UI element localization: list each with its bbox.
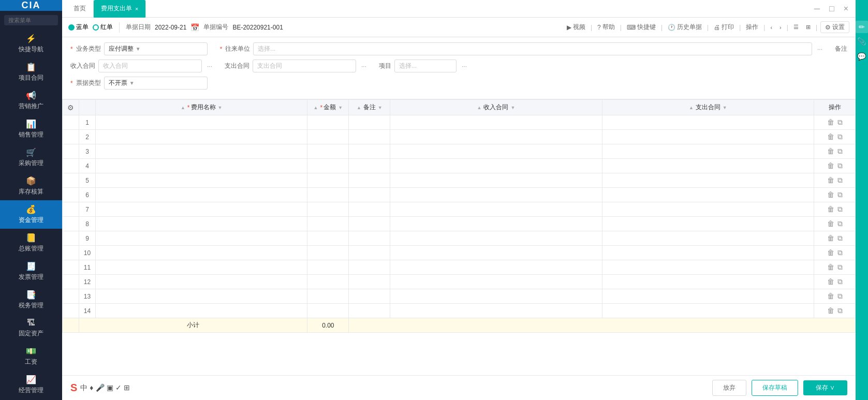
row-copy-10[interactable]: ⧉ (837, 248, 843, 257)
row-note-11[interactable] (349, 260, 390, 275)
party-select[interactable]: 选择... (253, 42, 812, 55)
sidebar-item-capital-mgmt[interactable]: 💰资金管理 (0, 200, 62, 229)
row-expense-9[interactable] (602, 231, 814, 246)
brand-icon-5[interactable]: ✓ (115, 383, 122, 393)
sort-up-income[interactable]: ▲ (477, 105, 482, 110)
row-name-12[interactable] (96, 275, 307, 289)
video-button[interactable]: ▶ 视频 (565, 22, 587, 33)
row-amount-14[interactable] (307, 304, 349, 318)
sidebar-item-tax-mgmt[interactable]: 📑税务管理 (0, 286, 62, 314)
brand-icon-1[interactable]: 中 (80, 383, 87, 393)
row-note-6[interactable] (349, 188, 390, 202)
sort-up-name[interactable]: ▲ (181, 105, 185, 110)
row-delete-4[interactable]: 🗑 (827, 161, 834, 170)
row-income-10[interactable] (390, 246, 602, 260)
tab-home[interactable]: 首页 (66, 0, 94, 18)
sort-down-name[interactable]: ▼ (218, 105, 223, 110)
row-amount-3[interactable] (307, 144, 349, 159)
help-button[interactable]: ? 帮助 (595, 22, 617, 33)
sidebar-item-invoice-mgmt[interactable]: 🧾发票管理 (0, 257, 62, 286)
row-copy-6[interactable]: ⧉ (837, 190, 843, 199)
row-income-3[interactable] (390, 144, 602, 159)
row-name-1[interactable] (96, 115, 307, 130)
sort-up-amount[interactable]: ▲ (314, 105, 318, 110)
row-copy-8[interactable]: ⧉ (837, 219, 843, 228)
row-delete-10[interactable]: 🗑 (827, 248, 834, 257)
sidebar-item-salary[interactable]: 💵工资 (0, 342, 62, 371)
row-note-14[interactable] (349, 304, 390, 318)
row-expense-10[interactable] (602, 246, 814, 260)
row-note-1[interactable] (349, 115, 390, 130)
row-copy-3[interactable]: ⧉ (837, 147, 843, 156)
save-button[interactable]: 保存 ∨ (803, 380, 847, 395)
row-expense-14[interactable] (602, 304, 814, 318)
expense-contract-input[interactable]: 支出合同 (253, 60, 356, 72)
row-income-9[interactable] (390, 231, 602, 246)
row-income-6[interactable] (390, 188, 602, 202)
row-name-7[interactable] (96, 202, 307, 217)
row-note-3[interactable] (349, 144, 390, 159)
nav-next-button[interactable]: › (777, 23, 784, 32)
row-name-11[interactable] (96, 260, 307, 275)
print-button[interactable]: 🖨 打印 (712, 22, 736, 33)
row-expense-13[interactable] (602, 289, 814, 304)
settings-button[interactable]: ⚙ 设置 (820, 21, 849, 33)
row-amount-10[interactable] (307, 246, 349, 260)
sort-down-income[interactable]: ▼ (510, 105, 515, 110)
row-delete-11[interactable]: 🗑 (827, 263, 834, 272)
row-note-12[interactable] (349, 275, 390, 289)
calendar-icon[interactable]: 📅 (190, 23, 199, 32)
row-income-12[interactable] (390, 275, 602, 289)
row-name-6[interactable] (96, 188, 307, 202)
row-name-3[interactable] (96, 144, 307, 159)
row-name-4[interactable] (96, 159, 307, 173)
row-expense-1[interactable] (602, 115, 814, 130)
sidebar-item-quick-nav[interactable]: ⚡快捷导航 (0, 29, 62, 58)
close-button[interactable]: × (841, 3, 851, 14)
row-income-1[interactable] (390, 115, 602, 130)
brand-icon-2[interactable]: ♦ (90, 383, 93, 393)
row-note-4[interactable] (349, 159, 390, 173)
row-amount-6[interactable] (307, 188, 349, 202)
brand-icon-3[interactable]: 🎤 (96, 383, 105, 393)
row-copy-13[interactable]: ⧉ (837, 292, 843, 301)
row-note-10[interactable] (349, 246, 390, 260)
operation-button[interactable]: 操作 (744, 22, 760, 33)
row-expense-2[interactable] (602, 130, 814, 144)
tab-expense-sheet[interactable]: 费用支出单× (94, 0, 146, 18)
row-delete-14[interactable]: 🗑 (827, 306, 834, 315)
row-copy-2[interactable]: ⧉ (837, 132, 843, 141)
row-expense-12[interactable] (602, 275, 814, 289)
row-expense-7[interactable] (602, 202, 814, 217)
row-name-9[interactable] (96, 231, 307, 246)
row-delete-5[interactable]: 🗑 (827, 176, 834, 185)
row-delete-3[interactable]: 🗑 (827, 147, 834, 156)
maximize-button[interactable]: □ (826, 3, 837, 14)
row-name-5[interactable] (96, 173, 307, 188)
tab-close-expense-sheet[interactable]: × (135, 6, 138, 12)
row-delete-7[interactable]: 🗑 (827, 205, 834, 214)
sidebar-item-sales-mgmt[interactable]: 📊销售管理 (0, 115, 62, 143)
sidebar-item-project-contract[interactable]: 📋项目合同 (0, 58, 62, 86)
table-settings-icon[interactable]: ⚙ (67, 103, 74, 112)
row-delete-13[interactable]: 🗑 (827, 292, 834, 301)
brand-icon-6[interactable]: ⊞ (124, 383, 130, 393)
sidebar-item-accounting[interactable]: 📒总账管理 (0, 229, 62, 257)
row-income-14[interactable] (390, 304, 602, 318)
project-input[interactable]: 选择... (394, 60, 457, 72)
row-amount-11[interactable] (307, 260, 349, 275)
row-name-2[interactable] (96, 130, 307, 144)
history-button[interactable]: 🕐 历史单据 (666, 22, 704, 33)
row-copy-5[interactable]: ⧉ (837, 176, 843, 185)
discard-button[interactable]: 放弃 (712, 380, 746, 396)
row-amount-8[interactable] (307, 217, 349, 231)
sort-up-note[interactable]: ▲ (357, 105, 361, 110)
row-delete-9[interactable]: 🗑 (827, 234, 834, 243)
row-note-13[interactable] (349, 289, 390, 304)
right-panel-attach[interactable]: 📎 (856, 35, 868, 48)
sidebar-item-inventory[interactable]: 📦库存核算 (0, 172, 62, 200)
row-note-2[interactable] (349, 130, 390, 144)
save-draft-button[interactable]: 保存草稿 (752, 380, 798, 396)
row-amount-7[interactable] (307, 202, 349, 217)
business-type-select[interactable]: 应付调整 ▼ (104, 42, 208, 55)
